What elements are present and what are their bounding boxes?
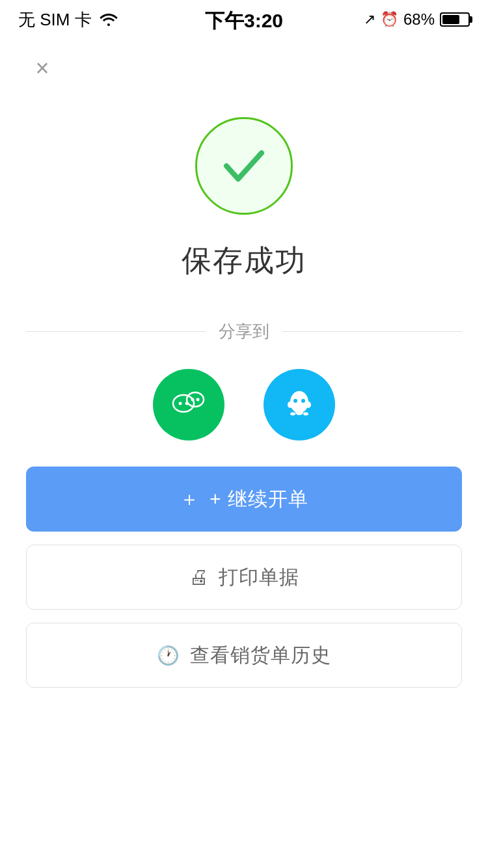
- history-button[interactable]: 🕐 查看销货单历史: [26, 623, 462, 688]
- success-title: 保存成功: [182, 241, 306, 281]
- share-icons: [26, 369, 462, 441]
- svg-point-10: [293, 399, 297, 403]
- print-label: 打印单据: [219, 564, 299, 591]
- success-circle: [195, 117, 293, 215]
- location-icon: ↗: [364, 11, 375, 28]
- svg-point-4: [191, 398, 195, 401]
- alarm-icon: ⏰: [381, 11, 398, 28]
- close-icon: ×: [35, 57, 49, 80]
- wifi-icon: [98, 12, 119, 27]
- svg-point-11: [301, 399, 305, 403]
- status-left: 无 SIM 卡: [18, 8, 119, 31]
- print-button[interactable]: 🖨 打印单据: [26, 545, 462, 610]
- plus-icon: ＋: [180, 486, 199, 513]
- svg-point-3: [185, 402, 189, 405]
- status-time: 下午3:20: [205, 8, 283, 34]
- svg-point-6: [290, 391, 308, 413]
- svg-point-7: [295, 410, 303, 415]
- status-bar: 无 SIM 卡 下午3:20 ↗ ⏰ 68%: [0, 0, 488, 39]
- action-buttons: ＋ + 继续开单 🖨 打印单据 🕐 查看销货单历史: [26, 467, 462, 688]
- history-icon: 🕐: [157, 645, 180, 666]
- success-section: 保存成功: [26, 104, 462, 307]
- wechat-icon: [169, 385, 208, 424]
- history-label: 查看销货单历史: [190, 642, 331, 669]
- battery-indicator: [440, 12, 470, 27]
- svg-point-1: [187, 392, 204, 407]
- continue-label: + 继续开单: [210, 486, 308, 513]
- close-button[interactable]: ×: [26, 52, 59, 85]
- print-icon: 🖨: [189, 566, 208, 588]
- svg-point-8: [290, 413, 295, 416]
- battery-percent: 68%: [403, 10, 435, 29]
- battery-fill: [442, 15, 459, 24]
- svg-point-5: [197, 398, 200, 401]
- qq-icon: [280, 385, 319, 424]
- share-divider: 分享到: [26, 320, 462, 343]
- svg-point-13: [306, 401, 311, 408]
- carrier-label: 无 SIM 卡: [18, 8, 92, 31]
- share-section: 分享到: [26, 320, 462, 441]
- svg-point-9: [303, 413, 308, 416]
- share-label: 分享到: [219, 320, 269, 343]
- wechat-share-button[interactable]: [153, 369, 224, 441]
- status-right: ↗ ⏰ 68%: [364, 10, 470, 29]
- svg-point-0: [173, 395, 194, 412]
- continue-button[interactable]: ＋ + 继续开单: [26, 467, 462, 532]
- qq-share-button[interactable]: [264, 369, 335, 441]
- svg-point-12: [288, 401, 293, 408]
- main-content: × 保存成功 分享到: [0, 39, 488, 714]
- svg-point-2: [179, 402, 182, 405]
- checkmark-icon: [221, 146, 267, 185]
